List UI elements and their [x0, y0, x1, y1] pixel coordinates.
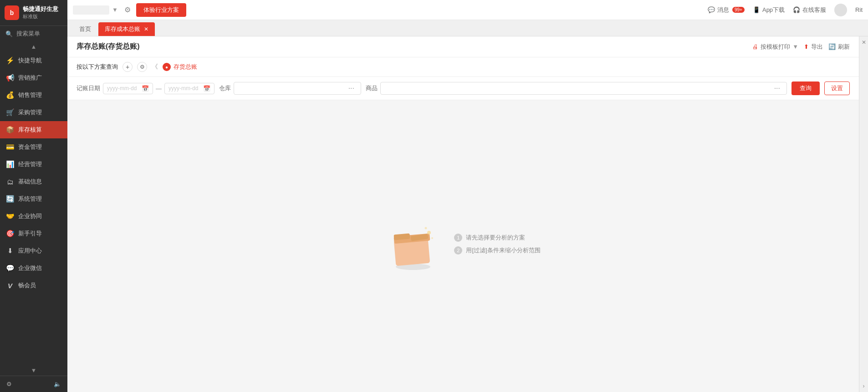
footer-volume-icon[interactable]: 🔈	[54, 381, 61, 387]
sidebar-logo: b 畅捷通好生意 标准版	[0, 0, 67, 26]
tabbar: 首页 库存成本总账 ✕	[67, 20, 868, 36]
sidebar-item-wechat[interactable]: 💬 企业微信	[0, 260, 67, 277]
breadcrumb: ▼ ⚙	[73, 5, 131, 15]
warehouse-field-group: 仓库 ···	[219, 82, 361, 95]
sidebar-item-marketing[interactable]: 📢 营销推广	[0, 69, 67, 87]
sidebar-item-purchase[interactable]: 🛒 采购管理	[0, 104, 67, 121]
sidebar-nav: ⚡ 快捷导航 📢 营销推广 💰 销售管理 🛒 采购管理 📦 库存核算 💳 资金管…	[0, 52, 67, 365]
sidebar-item-label: 应用中心	[18, 247, 42, 255]
version-label: 标准版	[23, 13, 58, 20]
tab-stock-ledger[interactable]: 库存成本总账 ✕	[98, 22, 155, 36]
message-label: 消息	[717, 6, 729, 14]
empty-inner: 1 请先选择要分析的方案 2 用[过滤]条件来缩小分析范围	[386, 219, 540, 274]
date-end-input[interactable]: yyyy-mm-dd 📅	[164, 83, 214, 94]
stock-icon: 📦	[5, 126, 15, 134]
sidebar-search[interactable]: 🔍 搜索菜单	[0, 26, 67, 41]
footer-settings-icon[interactable]: ⚙	[6, 381, 12, 387]
empty-hints: 1 请先选择要分析的方案 2 用[过滤]条件来缩小分析范围	[454, 234, 540, 259]
app-download-action[interactable]: 📱 App下载	[753, 6, 785, 14]
date-start-input[interactable]: yyyy-mm-dd 📅	[103, 83, 153, 94]
sidebar-item-label: 畅会员	[18, 281, 36, 290]
calendar-start-icon: 📅	[142, 85, 149, 92]
scroll-down-btn[interactable]: ▼	[0, 365, 67, 376]
warehouse-label: 仓库	[219, 84, 231, 92]
date-end-placeholder: yyyy-mm-dd	[168, 85, 198, 92]
headset-icon: 🎧	[793, 6, 800, 13]
export-btn[interactable]: ⬆ 导出	[804, 43, 823, 51]
page-header: 库存总账(存货总账) 🖨 按模板打印 ▼ ⬆ 导出 🔄 刷新	[67, 36, 859, 57]
filter-fields: 记账日期 yyyy-mm-dd 📅 — yyyy-mm-dd 📅 仓库	[67, 77, 859, 100]
warehouse-input[interactable]: ···	[234, 82, 361, 95]
sidebar-item-label: 快捷导航	[18, 56, 42, 65]
date-field-group: 记账日期 yyyy-mm-dd 📅 — yyyy-mm-dd 📅	[77, 83, 214, 94]
hint-num-1: 1	[454, 234, 462, 242]
tab-home[interactable]: 首页	[73, 22, 97, 36]
sidebar-item-system[interactable]: 🔄 系统管理	[0, 190, 67, 208]
sidebar-item-basic[interactable]: 🗂 基础信息	[0, 173, 67, 190]
hint-item-2: 2 用[过滤]条件来缩小分析范围	[454, 246, 540, 255]
query-btn[interactable]: 查询	[791, 81, 820, 95]
content-wrapper: 库存总账(存货总账) 🖨 按模板打印 ▼ ⬆ 导出 🔄 刷新	[67, 36, 868, 392]
basic-icon: 🗂	[5, 178, 15, 186]
user-name: Rit	[855, 6, 863, 13]
industry-btn[interactable]: 体验行业方案	[136, 3, 186, 17]
sidebar-item-label: 资金管理	[18, 143, 42, 151]
scheme-item[interactable]: ● 存货总账	[163, 63, 197, 71]
sidebar-item-newbie[interactable]: 🎯 新手引导	[0, 225, 67, 242]
refresh-btn[interactable]: 🔄 刷新	[828, 43, 850, 51]
sidebar-item-operation[interactable]: 📊 经营管理	[0, 156, 67, 173]
phone-icon: 📱	[753, 6, 760, 13]
filter-label: 按以下方案查询	[77, 63, 118, 71]
topbar-settings-icon[interactable]: ⚙	[124, 5, 131, 14]
breadcrumb-arrow: ▼	[112, 6, 118, 13]
online-support-label: 在线客服	[802, 6, 826, 14]
export-label: 导出	[811, 43, 823, 51]
filter-settings-btn[interactable]: ⚙	[137, 62, 147, 72]
sidebar-item-shortcut[interactable]: ⚡ 快捷导航	[0, 52, 67, 69]
date-start-placeholder: yyyy-mm-dd	[107, 85, 137, 92]
sidebar-item-label: 采购管理	[18, 108, 42, 117]
message-action[interactable]: 💬 消息 99+	[708, 6, 745, 14]
product-more-icon[interactable]: ···	[772, 84, 782, 92]
sidebar-item-stock[interactable]: 📦 库存核算	[0, 121, 67, 138]
sidebar-item-capital[interactable]: 💳 资金管理	[0, 138, 67, 156]
warehouse-more-icon[interactable]: ···	[347, 84, 356, 92]
svg-point-5	[427, 231, 431, 234]
filter-bar: 按以下方案查询 + ⚙ 《 ● 存货总账	[67, 57, 859, 77]
panel-expand-btn[interactable]: ›	[863, 383, 865, 389]
main-area: ▼ ⚙ 体验行业方案 💬 消息 99+ 📱 App下载 🎧 在线客服 Rit	[67, 0, 868, 392]
svg-point-7	[431, 237, 433, 239]
search-icon: 🔍	[5, 31, 13, 37]
date-dash: —	[156, 85, 162, 92]
avatar[interactable]	[834, 4, 847, 16]
tab-close-icon[interactable]: ✕	[144, 26, 148, 32]
newbie-icon: 🎯	[5, 229, 15, 238]
sidebar-footer: ⚙ 🔈	[0, 376, 67, 392]
print-dropdown-icon: ▼	[792, 43, 798, 50]
sidebar-item-corp[interactable]: 🤝 企业协同	[0, 208, 67, 225]
topbar: ▼ ⚙ 体验行业方案 💬 消息 99+ 📱 App下载 🎧 在线客服 Rit	[67, 0, 868, 20]
product-input[interactable]: ···	[380, 82, 787, 95]
refresh-label: 刷新	[838, 43, 850, 51]
online-support-action[interactable]: 🎧 在线客服	[793, 6, 826, 14]
hint-text-1: 请先选择要分析的方案	[466, 234, 525, 242]
scroll-up-btn[interactable]: ▲	[0, 41, 67, 52]
sidebar-item-member[interactable]: V 畅会员	[0, 277, 67, 294]
sidebar-item-sales[interactable]: 💰 销售管理	[0, 87, 67, 104]
content-main: 库存总账(存货总账) 🖨 按模板打印 ▼ ⬆ 导出 🔄 刷新	[67, 36, 859, 392]
filter-add-btn[interactable]: +	[123, 62, 133, 72]
sidebar-item-label: 企业微信	[18, 264, 42, 272]
settings-btn-sm[interactable]: 设置	[824, 81, 850, 95]
empty-svg	[386, 219, 440, 274]
print-btn[interactable]: 🖨 按模板打印 ▼	[752, 43, 798, 51]
panel-close-btn[interactable]: ✕	[862, 39, 866, 46]
member-icon: V	[5, 282, 15, 290]
hint-item-1: 1 请先选择要分析的方案	[454, 234, 540, 242]
filter-collapse-btn[interactable]: 《	[152, 63, 158, 71]
message-icon: 💬	[708, 6, 715, 13]
page-title: 库存总账(存货总账)	[77, 42, 140, 51]
sidebar-item-appstore[interactable]: ⬇ 应用中心	[0, 242, 67, 260]
logo-icon: b	[5, 5, 19, 20]
breadcrumb-text	[73, 5, 109, 15]
app-download-label: App下载	[762, 6, 785, 14]
